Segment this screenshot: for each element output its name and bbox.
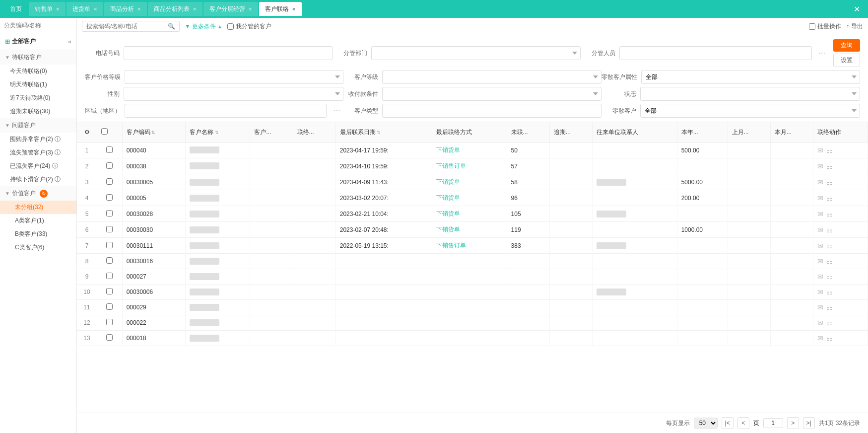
person-input[interactable] (619, 46, 812, 60)
th-checkbox[interactable] (97, 122, 123, 143)
nav-tab-analysis-list[interactable]: 商品分析列表 ✕ (148, 2, 202, 16)
sidebar-item-c-class[interactable]: C类客户(6) (0, 241, 76, 254)
row-checkbox[interactable] (97, 143, 123, 158)
grid-icon[interactable]: ⚏ (826, 303, 833, 311)
message-icon[interactable]: ✉ (817, 273, 823, 281)
close-icon[interactable]: ✕ (292, 6, 296, 12)
sidebar-item-churned[interactable]: 已流失客户(24) ⓘ (0, 159, 76, 173)
th-name[interactable]: 客户名称 (186, 122, 250, 143)
grid-icon[interactable]: ⚏ (826, 226, 833, 234)
more-conditions-btn[interactable]: ▼ 更多条件 ▲ (185, 22, 222, 31)
close-icon[interactable]: ✕ (248, 6, 252, 12)
search-button[interactable]: 查询 (833, 39, 860, 52)
row-checkbox[interactable] (97, 315, 123, 331)
nav-home[interactable]: 首页 (4, 2, 28, 16)
department-select[interactable] (371, 46, 580, 60)
sidebar-collapse-icon[interactable]: « (68, 38, 71, 45)
sidebar-all-customers[interactable]: ⊞ 全部客户 « (0, 33, 76, 50)
message-icon[interactable]: ✉ (817, 334, 823, 342)
th-code[interactable]: 客户编码 (122, 122, 186, 143)
sidebar-section-pending[interactable]: ▼ 待联络客户 (0, 50, 76, 65)
select-all-checkbox[interactable] (101, 128, 108, 135)
grid-icon[interactable]: ⚏ (826, 194, 833, 202)
th-no-contact[interactable]: 未联... (507, 122, 549, 143)
row-checkbox[interactable] (97, 190, 123, 206)
th-this-year[interactable]: 本年... (677, 122, 728, 143)
close-icon[interactable]: ✕ (193, 6, 197, 12)
th-unit-contact[interactable]: 往来单位联系人 (592, 122, 677, 143)
sidebar-item-ungroup[interactable]: 未分组(32) (0, 201, 76, 214)
last-page-btn[interactable]: >| (803, 417, 815, 429)
close-icon[interactable]: ✕ (56, 6, 60, 12)
row-checkbox[interactable] (97, 300, 123, 315)
row-checkbox[interactable] (97, 269, 123, 285)
th-contact[interactable]: 联络... (293, 122, 335, 143)
sidebar-search-input[interactable] (4, 22, 77, 29)
row-checkbox[interactable] (97, 158, 123, 174)
next-page-btn[interactable]: > (787, 417, 799, 429)
page-input[interactable] (763, 418, 783, 428)
th-this-month[interactable]: 本月... (770, 122, 813, 143)
refresh-icon[interactable]: ↻ (40, 190, 48, 198)
message-icon[interactable]: ✉ (817, 146, 823, 154)
message-icon[interactable]: ✉ (817, 303, 823, 311)
close-icon[interactable]: ✕ (93, 6, 97, 12)
nav-tab-analysis[interactable]: 商品分析 ✕ (104, 2, 147, 16)
row-checkbox[interactable] (97, 285, 123, 300)
grid-icon[interactable]: ⚏ (826, 334, 833, 342)
region-dots-icon[interactable]: ··· (331, 106, 343, 115)
window-close-icon[interactable]: ✕ (850, 4, 864, 14)
region-input[interactable] (125, 104, 327, 118)
sidebar-item-7days[interactable]: 近7天待联络(0) (0, 91, 76, 105)
sidebar-item-declining[interactable]: 持续下滑客户(2) ⓘ (0, 173, 76, 186)
th-last-date[interactable]: 最后联系日期 (335, 122, 432, 143)
th-settings[interactable]: ⚙ (77, 122, 97, 143)
person-dots-icon[interactable]: ··· (816, 49, 828, 58)
batch-op-btn[interactable]: 批量操作 (809, 22, 841, 31)
row-checkbox[interactable] (97, 206, 123, 222)
row-checkbox[interactable] (97, 254, 123, 269)
th-last-method[interactable]: 最后联络方式 (432, 122, 507, 143)
grid-icon[interactable]: ⚏ (826, 273, 833, 281)
sidebar-item-today[interactable]: 今天待联络(0) (0, 65, 76, 78)
message-icon[interactable]: ✉ (817, 178, 823, 186)
sidebar-item-b-class[interactable]: B类客户(33) (0, 227, 76, 241)
customer-type-input[interactable] (382, 104, 602, 118)
nav-tab-customer-contact[interactable]: 客户联络 ✕ (259, 2, 302, 16)
grid-icon[interactable]: ⚏ (826, 178, 833, 186)
price-level-select[interactable] (125, 70, 343, 84)
grid-icon[interactable]: ⚏ (826, 242, 833, 250)
grid-icon[interactable]: ⚏ (826, 288, 833, 296)
grid-icon[interactable]: ⚏ (826, 319, 833, 327)
reset-button[interactable]: 设置 (833, 54, 860, 67)
message-icon[interactable]: ✉ (817, 194, 823, 202)
close-icon[interactable]: ✕ (137, 6, 141, 12)
my-customers-checkbox[interactable] (227, 23, 234, 30)
message-icon[interactable]: ✉ (817, 319, 823, 327)
message-icon[interactable]: ✉ (817, 162, 823, 170)
customer-level-select[interactable] (382, 70, 602, 84)
export-btn[interactable]: ↑ 导出 (846, 22, 863, 31)
grid-icon[interactable]: ⚏ (826, 210, 833, 218)
phone-input[interactable] (124, 46, 333, 60)
message-icon[interactable]: ✉ (817, 210, 823, 218)
sidebar-item-tomorrow[interactable]: 明天待联络(1) (0, 78, 76, 91)
retail-attr-select[interactable]: 全部 (641, 70, 860, 84)
grid-icon[interactable]: ⚏ (826, 146, 833, 154)
row-checkbox[interactable] (97, 222, 123, 238)
row-checkbox[interactable] (97, 174, 123, 190)
first-page-btn[interactable]: |< (722, 417, 734, 429)
sidebar-item-churn-warning[interactable]: 流失预警客户(3) ⓘ (0, 146, 76, 159)
message-icon[interactable]: ✉ (817, 226, 823, 234)
sidebar-item-a-class[interactable]: A类客户(1) (0, 214, 76, 227)
gender-select[interactable] (124, 87, 343, 101)
nav-tab-sales[interactable]: 销售单 ✕ (29, 2, 66, 16)
my-customers-toggle[interactable]: 我分管的客户 (227, 22, 271, 31)
th-last-month[interactable]: 上月... (728, 122, 770, 143)
message-icon[interactable]: ✉ (817, 242, 823, 250)
nav-tab-purchase[interactable]: 进货单 ✕ (67, 2, 103, 16)
prev-page-btn[interactable]: < (737, 417, 749, 429)
payment-select[interactable] (382, 87, 602, 101)
sidebar-item-overdue[interactable]: 逾期未联络(30) (0, 105, 76, 118)
th-overdue[interactable]: 逾期... (549, 122, 592, 143)
